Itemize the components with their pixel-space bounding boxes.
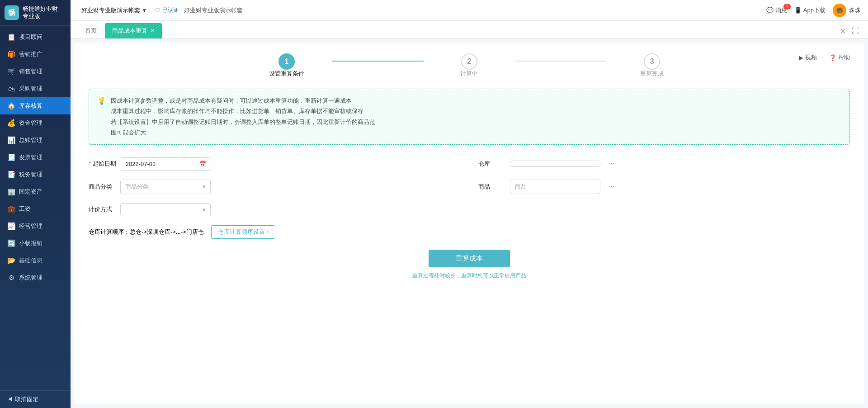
main-btn-row: 重算成本 重算过程耗时较长，重算时您可以正常使用产品 — [89, 250, 850, 280]
user-name: 珠珠 — [849, 6, 861, 14]
help-label: 帮助 — [838, 53, 850, 62]
sidebar-item-sales[interactable]: 🛒销售管理 — [0, 63, 71, 80]
warehouse-order-label: 仓库计算顺序：总仓->深圳仓库->...->门店仓 — [89, 228, 204, 236]
sidebar-item-label: 资金管理 — [19, 119, 42, 127]
goods-input[interactable]: 商品 — [510, 180, 600, 194]
help-link[interactable]: ❓ 帮助 — [829, 53, 850, 62]
category-label: 商品分类 — [89, 183, 116, 191]
sidebar-item-expense[interactable]: 🔄小畅报销 — [0, 235, 71, 252]
close-button[interactable]: ✕ — [837, 26, 848, 37]
info-line-4: 围可能会扩大 — [111, 127, 375, 138]
sidebar-item-label: 采购管理 — [19, 85, 42, 93]
category-placeholder: 商品分类 — [125, 183, 149, 191]
pricing-group: 计价方式 ▾ — [89, 203, 460, 216]
phone-icon: 📱 — [794, 7, 802, 14]
video-link[interactable]: ▶ 视频 — [799, 53, 817, 62]
form-row-3: 计价方式 ▾ — [89, 203, 850, 216]
tab-home[interactable]: 首页 — [78, 23, 104, 38]
recalc-btn-label: 重算成本 — [456, 254, 483, 262]
info-icon: 💡 — [97, 96, 106, 138]
step-1-label: 设置重算条件 — [269, 70, 304, 78]
step-1: 1 设置重算条件 — [241, 53, 332, 78]
chevron-down-icon: ▾ — [143, 7, 146, 14]
sidebar-logo: 畅 畅捷通好业财 专业版 — [0, 0, 71, 26]
topbar-right: 💬 消息 1 📱 App下载 🐻 珠珠 — [766, 4, 861, 17]
sidebar-item-assets[interactable]: 🏢固定资产 — [0, 183, 71, 200]
step-1-circle: 1 — [278, 53, 295, 70]
category-chevron-icon: ▾ — [203, 183, 206, 190]
tax-icon: 📑 — [7, 171, 15, 179]
sidebar-item-label: 经营管理 — [19, 222, 42, 230]
verified-badge: 🛡 已认证 — [155, 6, 179, 14]
sidebar-item-basic[interactable]: 📂基础信息 — [0, 252, 71, 269]
pricing-select[interactable]: ▾ — [120, 203, 211, 216]
assets-icon: 🏢 — [7, 188, 15, 196]
warehouse-order-btn[interactable]: 仓库计算顺序设置 › — [211, 225, 275, 239]
sidebar-item-label: 销售管理 — [19, 67, 42, 76]
accounting-icon: 📊 — [7, 136, 15, 144]
logo-title: 畅捷通好业财 — [23, 5, 58, 13]
tab-home-label: 首页 — [85, 27, 97, 35]
messages-badge: 1 — [783, 4, 791, 9]
sidebar-item-finance[interactable]: 💰资金管理 — [0, 114, 71, 132]
account-selector-label: 好业财专业版演示帐套 — [81, 6, 140, 14]
avatar: 🐻 — [833, 4, 846, 17]
warehouse-group: 仓库 ··· — [478, 158, 850, 170]
help-icon: ❓ — [829, 54, 836, 61]
warehouse-label: 仓库 — [478, 160, 505, 168]
tab-recalc[interactable]: 商品成本重算 ✕ — [105, 23, 162, 38]
info-box: 💡 因成本计算参数调整，或是对商品成本有疑问时，可以通过成本重算功能，重新计算一… — [89, 89, 850, 145]
system-icon: ⚙ — [7, 274, 15, 282]
sidebar-item-label: 库存核算 — [19, 102, 42, 110]
recalc-button[interactable]: 重算成本 — [429, 250, 510, 267]
sidebar-item-tax[interactable]: 📑税务管理 — [0, 166, 71, 183]
goods-group: 商品 商品 ··· — [478, 180, 850, 194]
sidebar-item-accounting[interactable]: 📊总账管理 — [0, 132, 71, 149]
invoice-icon: 🧾 — [7, 153, 15, 161]
sidebar-item-label: 总账管理 — [19, 136, 42, 144]
ops-icon: 📈 — [7, 222, 15, 230]
start-date-group: 起始日期 2022-07-01 📅 — [89, 157, 460, 171]
goods-more-icon[interactable]: ··· — [605, 181, 618, 193]
form-row-1: 起始日期 2022-07-01 📅 仓库 ··· — [89, 157, 850, 171]
sidebar: 畅 畅捷通好业财 专业版 📋项目顾问🎁营销推广🛒销售管理🛍采购管理🏠库存核算💰资… — [0, 0, 71, 408]
warehouse-order-row: 仓库计算顺序：总仓->深圳仓库->...->门店仓 仓库计算顺序设置 › — [89, 225, 850, 239]
start-date-input[interactable]: 2022-07-01 📅 — [121, 157, 211, 171]
sidebar-item-label: 工资 — [19, 205, 31, 213]
sidebar-item-inventory[interactable]: 🏠库存核算 — [0, 97, 71, 114]
logo-subtitle: 专业版 — [23, 13, 58, 20]
sidebar-item-salary[interactable]: 💼工资 — [0, 200, 71, 218]
app-download-button[interactable]: 📱 App下载 — [794, 6, 826, 14]
sidebar-unpin[interactable]: ◀ 取消固定 — [0, 390, 71, 408]
maximize-button[interactable]: ⛶ — [850, 26, 861, 37]
pricing-label: 计价方式 — [89, 205, 116, 213]
tab-close-icon[interactable]: ✕ — [150, 28, 155, 34]
user-avatar-area[interactable]: 🐻 珠珠 — [833, 4, 861, 17]
account-name: 好业财专业版演示帐套 — [184, 6, 243, 14]
sidebar-item-invoice[interactable]: 🧾发票管理 — [0, 149, 71, 166]
sidebar-item-label: 基础信息 — [19, 256, 42, 265]
step-2: 2 计算中 — [424, 53, 515, 78]
main-wrapper: 好业财专业版演示帐套 ▾ 🛡 已认证 好业财专业版演示帐套 💬 消息 1 📱 A… — [71, 0, 868, 408]
recalc-note: 重算过程耗时较长，重算时您可以正常使用产品 — [412, 272, 526, 280]
warehouse-input[interactable] — [510, 161, 600, 167]
sidebar-item-label: 系统管理 — [19, 274, 42, 282]
sidebar-item-project[interactable]: 📋项目顾问 — [0, 28, 71, 46]
expense-icon: 🔄 — [7, 239, 15, 247]
logo-icon: 畅 — [5, 5, 19, 20]
sidebar-item-marketing[interactable]: 🎁营销推广 — [0, 46, 71, 63]
account-selector[interactable]: 好业财专业版演示帐套 ▾ — [78, 5, 150, 16]
topbar: 好业财专业版演示帐套 ▾ 🛡 已认证 好业财专业版演示帐套 💬 消息 1 📱 A… — [71, 0, 868, 21]
messages-button[interactable]: 💬 消息 1 — [766, 6, 787, 14]
category-select[interactable]: 商品分类 ▾ — [120, 180, 211, 194]
inventory-icon: 🏠 — [7, 102, 15, 110]
marketing-icon: 🎁 — [7, 50, 15, 58]
sidebar-item-ops[interactable]: 📈经营管理 — [0, 218, 71, 235]
step-3-circle: 3 — [644, 53, 660, 70]
start-date-value: 2022-07-01 — [126, 161, 156, 167]
sidebar-item-system[interactable]: ⚙系统管理 — [0, 269, 71, 286]
warehouse-more-icon[interactable]: ··· — [605, 158, 618, 170]
basic-icon: 📂 — [7, 256, 15, 265]
goods-placeholder: 商品 — [515, 183, 527, 191]
sidebar-item-purchase[interactable]: 🛍采购管理 — [0, 80, 71, 97]
